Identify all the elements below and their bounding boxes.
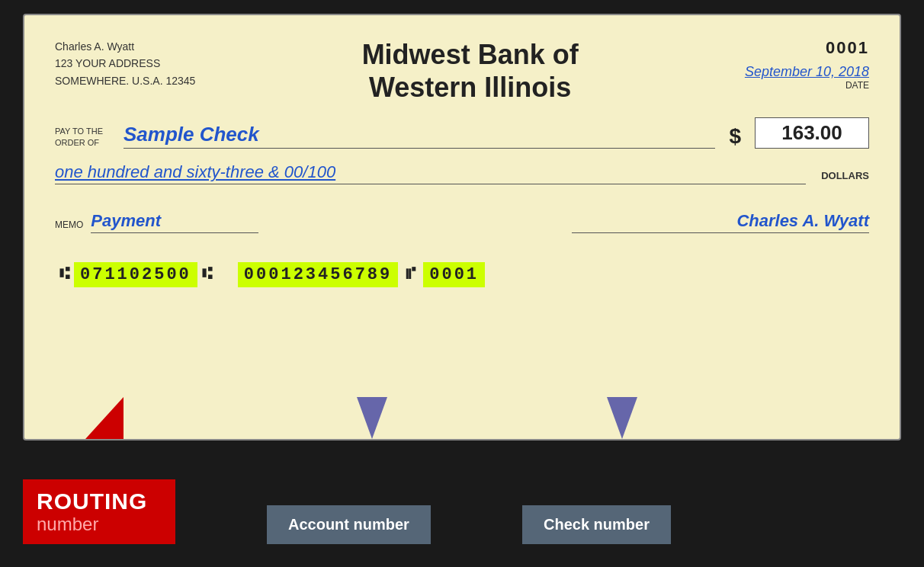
account-arrow	[357, 397, 387, 439]
signature-line: Charles A. Wyatt	[572, 211, 869, 233]
memo-row: MEMO Payment Charles A. Wyatt	[55, 211, 869, 233]
routing-label-subtitle: number	[37, 514, 162, 535]
check-header: Charles A. Wyatt 123 YOUR ADDRESS SOMEWH…	[55, 38, 869, 104]
account-holder-name: Charles A. Wyatt	[55, 38, 195, 55]
date-label: DATE	[745, 80, 869, 91]
check-body: Charles A. Wyatt 123 YOUR ADDRESS SOMEWH…	[23, 14, 901, 440]
dollars-label: DOLLARS	[821, 170, 869, 184]
amount-box: 163.00	[755, 117, 869, 149]
micr-close-symbol: ⑆	[197, 262, 217, 287]
memo-value: Payment	[91, 211, 161, 230]
dollar-sign: $	[723, 124, 747, 149]
check-number-block: 0001 September 10, 2018 DATE	[745, 38, 869, 91]
check-number-arrow	[607, 397, 637, 439]
micr-row: ⑆ 071102500 ⑆ 000123456789 ⑈ 0001	[55, 262, 869, 287]
written-amount-value: one hundred and sixty-three & 00/100	[55, 162, 335, 181]
signature-value: Charles A. Wyatt	[736, 211, 869, 230]
bank-name: Midwest Bank of Western Illinois	[195, 38, 744, 104]
check-label-text: Check number	[544, 516, 650, 533]
pay-to-value: Sample Check	[124, 123, 259, 146]
memo-line: Payment	[91, 211, 258, 233]
account-label-box: Account number	[267, 505, 431, 544]
routing-label-box: ROUTING number	[23, 479, 175, 544]
pay-to-row: PAY TO THE ORDER OF Sample Check $ 163.0…	[55, 117, 869, 149]
micr-account-number: 000123456789	[238, 262, 398, 287]
amount-value: 163.00	[781, 121, 842, 144]
micr-check-number: 0001	[423, 262, 485, 287]
memo-label: MEMO	[55, 219, 83, 233]
routing-label-title: ROUTING	[37, 489, 162, 514]
check-label-box: Check number	[522, 505, 671, 544]
address-line1: 123 YOUR ADDRESS	[55, 55, 195, 72]
micr-routing-number: 071102500	[74, 262, 197, 287]
account-label-text: Account number	[288, 516, 409, 533]
date-value: September 10, 2018	[745, 64, 869, 80]
written-amount-line: one hundred and sixty-three & 00/100	[55, 162, 806, 184]
address-line2: SOMEWHERE. U.S.A. 12345	[55, 72, 195, 89]
pay-to-label: PAY TO THE ORDER OF	[55, 126, 116, 149]
micr-open-symbol: ⑆	[55, 262, 74, 287]
written-amount-row: one hundred and sixty-three & 00/100 DOL…	[55, 162, 869, 184]
check-number-display: 0001	[745, 38, 869, 58]
pay-to-line: Sample Check	[124, 123, 715, 149]
micr-equals-symbol: ⑈	[398, 262, 423, 287]
address-block: Charles A. Wyatt 123 YOUR ADDRESS SOMEWH…	[55, 38, 195, 89]
routing-arrow	[85, 397, 124, 439]
date-block: September 10, 2018 DATE	[745, 64, 869, 91]
